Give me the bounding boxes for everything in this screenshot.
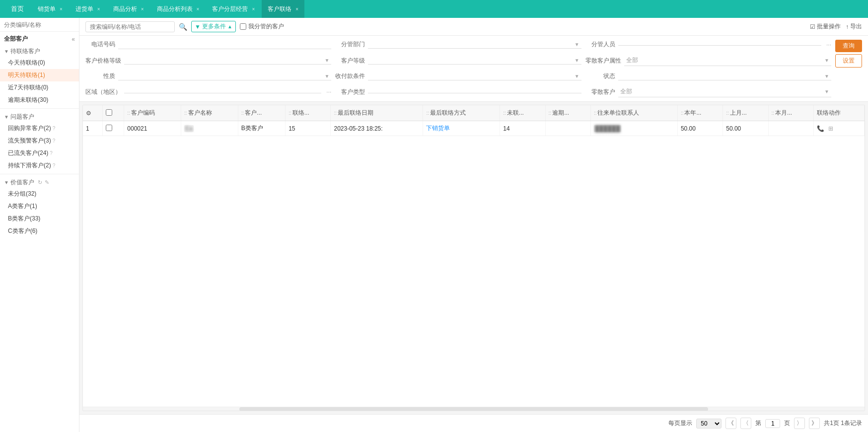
- next-page-button[interactable]: 〉: [794, 418, 805, 429]
- dept-select[interactable]: ▼: [368, 41, 581, 49]
- query-button[interactable]: 查询: [835, 40, 862, 52]
- sidebar-item-churned[interactable]: 已流失客户(24) ?: [0, 147, 79, 159]
- total-info: 共1页 1条记录: [824, 419, 862, 428]
- close-product-analysis-list-tab[interactable]: ×: [197, 6, 200, 12]
- customer-grade-select[interactable]: ▼: [368, 57, 581, 65]
- page-size-select[interactable]: 50 20 100: [696, 419, 722, 429]
- payment-select[interactable]: ▼: [368, 72, 581, 80]
- nav-customer-tier[interactable]: 客户分层经营 ×: [206, 0, 261, 18]
- export-button[interactable]: ↑ 导出: [846, 22, 862, 31]
- col-last-contact-date[interactable]: ::最后联络日期: [331, 105, 423, 121]
- select-all-checkbox[interactable]: [106, 109, 112, 116]
- sidebar-item-today-pending[interactable]: 今天待联络(0): [0, 57, 79, 69]
- value-group-refresh-icon[interactable]: ↻: [38, 179, 42, 186]
- data-table: ⚙ ::客户编码 ::客户名称 ::客户... ::联络... ::最后联络日期…: [83, 105, 865, 136]
- filter-bar: 🔍 ▼ 更多条件 ▲ 我分管的客户 ☑ 批量操作 ↑ 导出: [79, 18, 868, 36]
- customer-type-select[interactable]: [368, 91, 581, 93]
- col-name[interactable]: ::客户名称: [181, 105, 238, 121]
- col-customer-type[interactable]: ::客户...: [238, 105, 285, 121]
- filter-field-price-grade: 客户价格等级 ▼: [85, 57, 331, 65]
- batch-operation-button[interactable]: ☑ 批量操作: [810, 22, 841, 31]
- action-more-icon[interactable]: ⊞: [828, 125, 833, 132]
- page-number-input[interactable]: [765, 419, 780, 428]
- nav-sales[interactable]: 销货单 ×: [32, 0, 69, 18]
- col-this-year[interactable]: ::本年...: [677, 105, 723, 121]
- nav-product-analysis[interactable]: 商品分析 ×: [107, 0, 150, 18]
- sidebar-item-tomorrow-pending[interactable]: 明天待联络(1): [0, 69, 79, 81]
- sidebar-item-declining[interactable]: 持续下滑客户(2) ?: [0, 159, 79, 172]
- region-select[interactable]: [124, 91, 321, 93]
- filter-search-input[interactable]: [85, 21, 175, 32]
- scrollbar-thumb[interactable]: [239, 407, 708, 411]
- status-select[interactable]: ▼: [618, 72, 831, 80]
- col-last-month[interactable]: ::上月...: [723, 105, 768, 121]
- col-this-month[interactable]: ::本月...: [768, 105, 813, 121]
- nav-home[interactable]: 首页: [4, 0, 31, 18]
- close-product-analysis-tab[interactable]: ×: [141, 6, 144, 12]
- col-checkbox[interactable]: [102, 105, 124, 121]
- dept-select-arrow: ▼: [575, 42, 579, 47]
- table-scrollbar[interactable]: [83, 407, 865, 411]
- nav-purchase[interactable]: 进货单 ×: [70, 0, 106, 18]
- help-icon-repurchase: ?: [53, 126, 56, 131]
- first-page-button[interactable]: 《: [725, 418, 736, 429]
- person-label: 分管人员: [585, 40, 615, 49]
- sidebar-group-pending[interactable]: ▼ 待联络客户: [0, 45, 79, 57]
- close-customer-tier-tab[interactable]: ×: [252, 6, 255, 12]
- filter-more-conditions-button[interactable]: ▼ 更多条件 ▲: [191, 21, 236, 32]
- col-code[interactable]: ::客户编码: [124, 105, 181, 121]
- sidebar-item-overdue-pending[interactable]: 逾期未联络(30): [0, 94, 79, 106]
- retail-customer-select[interactable]: 全部 ▼: [618, 86, 831, 97]
- phone-input[interactable]: [118, 40, 331, 49]
- sidebar-item-week-pending[interactable]: 近7天待联络(0): [0, 81, 79, 94]
- sidebar-item-class-c[interactable]: C类客户(6): [0, 225, 79, 237]
- sidebar-search-input[interactable]: [4, 21, 78, 28]
- row-last-contact-method[interactable]: 下销货单: [423, 121, 500, 136]
- prev-page-button[interactable]: 〈: [740, 418, 751, 429]
- export-label: 导出: [850, 22, 862, 31]
- my-customers-filter[interactable]: 我分管的客户: [240, 22, 284, 31]
- set-button[interactable]: 设置: [835, 54, 862, 68]
- close-sales-tab[interactable]: ×: [60, 6, 63, 12]
- row-last-month: 50.00: [723, 121, 768, 136]
- action-phone-icon[interactable]: 📞: [817, 125, 824, 132]
- row-customer-type: B类客户: [238, 121, 285, 136]
- retail-attr-select[interactable]: 全部 ▼: [624, 55, 831, 66]
- all-customers-label: 全部客户: [4, 35, 28, 43]
- sidebar-item-class-a[interactable]: A类客户(1): [0, 200, 79, 213]
- region-label: 区域（地区）: [85, 88, 121, 96]
- person-dots-button[interactable]: ···: [826, 41, 831, 48]
- value-group-edit-icon[interactable]: ✎: [45, 179, 49, 186]
- help-icon-declining: ?: [53, 163, 56, 168]
- col-uncontacted[interactable]: ::未联...: [500, 105, 545, 121]
- sidebar-item-unclassified[interactable]: 未分组(32): [0, 188, 79, 200]
- nav-customer-contact[interactable]: 客户联络 ×: [262, 0, 304, 18]
- customer-grade-label: 客户等级: [335, 57, 365, 65]
- collapse-sidebar-icon[interactable]: «: [72, 36, 75, 43]
- col-unit-contact[interactable]: ::往来单位联系人: [590, 105, 677, 121]
- row-checkbox-cell[interactable]: [102, 121, 124, 136]
- col-last-contact-method[interactable]: ::最后联络方式: [423, 105, 500, 121]
- close-purchase-tab[interactable]: ×: [97, 6, 100, 12]
- filter-search-button[interactable]: 🔍: [179, 23, 187, 31]
- sidebar-group-value[interactable]: ▼ 价值客户 ↻ ✎: [0, 176, 79, 188]
- total-pages-label: 页: [784, 419, 790, 428]
- row-checkbox[interactable]: [106, 125, 112, 131]
- close-customer-contact-tab[interactable]: ×: [295, 6, 298, 12]
- sidebar-item-repurchase-abnormal[interactable]: 回购异常客户(2) ?: [0, 122, 79, 135]
- page-size-label: 每页显示: [668, 419, 692, 428]
- price-grade-select[interactable]: ▼: [124, 57, 331, 65]
- col-contact-count[interactable]: ::联络...: [286, 105, 331, 121]
- col-settings[interactable]: ⚙: [83, 105, 102, 121]
- sidebar-group-problem[interactable]: ▼ 问题客户: [0, 111, 79, 122]
- col-overdue[interactable]: ::逾期...: [545, 105, 590, 121]
- person-select[interactable]: [618, 43, 821, 46]
- all-customers-header[interactable]: 全部客户 «: [0, 32, 79, 45]
- sidebar-item-class-b[interactable]: B类客户(33): [0, 213, 79, 225]
- gender-select[interactable]: ▼: [118, 72, 331, 80]
- nav-product-analysis-list[interactable]: 商品分析列表 ×: [151, 0, 206, 18]
- my-customers-checkbox[interactable]: [240, 23, 246, 30]
- region-dots-button[interactable]: ···: [326, 88, 331, 95]
- sidebar-item-churn-warning[interactable]: 流失预警客户(3) ?: [0, 135, 79, 147]
- last-page-button[interactable]: 》: [809, 418, 820, 429]
